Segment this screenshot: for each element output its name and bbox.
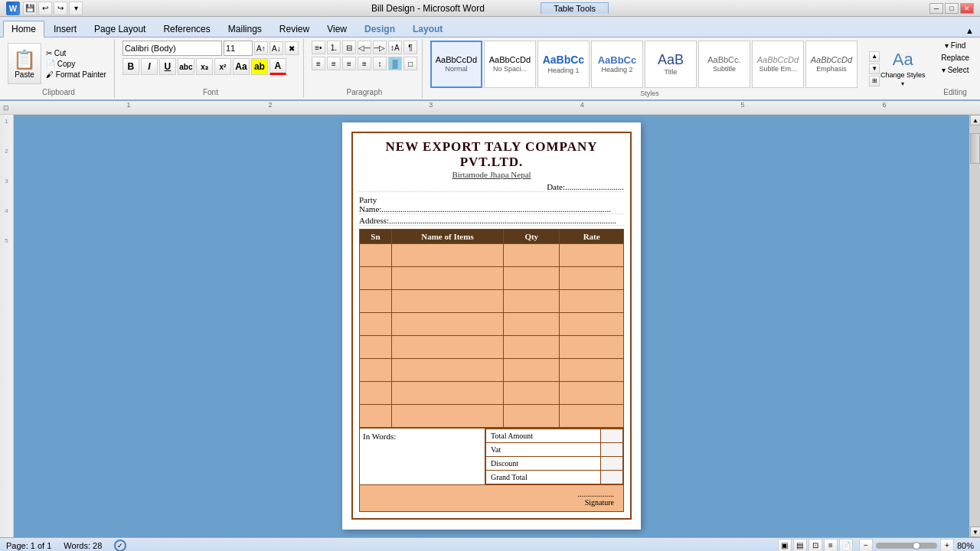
total-amount-row: Total Amount — [486, 429, 623, 443]
tab-view[interactable]: View — [318, 20, 355, 37]
signature-label: Signature — [369, 498, 614, 507]
bullets-btn[interactable]: ≡• — [312, 41, 325, 54]
web-layout-btn[interactable]: ⊡ — [808, 539, 822, 552]
tab-references[interactable]: References — [155, 20, 218, 37]
style-subtle-em-preview: AaBbCcDd — [757, 55, 799, 65]
change-styles-btn[interactable]: Aa Change Styles ▾ — [880, 50, 926, 87]
tab-layout[interactable]: Layout — [404, 20, 451, 37]
superscript-btn[interactable]: x² — [214, 58, 231, 75]
style-emphasis[interactable]: AaBbCcDd Emphasis — [805, 41, 858, 88]
clipboard-controls: 📋 Paste ✂ Cut 📄 Copy 🖌 Format Painter — [8, 41, 109, 86]
bill-container: NEW EXPORT TALY COMPANY PVT.LTD. Birtamo… — [351, 132, 632, 520]
word-logo: W — [6, 2, 20, 15]
show-hide-btn[interactable]: ¶ — [403, 41, 417, 54]
highlight-btn[interactable]: ab — [251, 58, 268, 75]
col-qty: Qty — [504, 230, 560, 244]
table-header-row: Sn Name of Items Qty Rate — [360, 230, 624, 244]
shading-btn[interactable]: ▒ — [388, 57, 402, 70]
format-painter-btn[interactable]: 🖌 Format Painter — [43, 70, 109, 80]
bold-btn[interactable]: B — [122, 58, 139, 75]
scroll-up-btn[interactable]: ▲ — [970, 115, 980, 126]
copy-btn[interactable]: 📄 Copy — [43, 59, 109, 69]
draft-btn[interactable]: 📄 — [839, 539, 853, 552]
print-layout-btn[interactable]: ▣ — [778, 539, 792, 552]
style-no-spacing[interactable]: AaBbCcDd No Spaci... — [484, 41, 536, 88]
maximize-btn[interactable]: □ — [945, 3, 959, 14]
change-case-btn[interactable]: Aa — [233, 58, 250, 75]
document-area[interactable]: NEW EXPORT TALY COMPANY PVT.LTD. Birtamo… — [14, 115, 969, 537]
ribbon-expand-btn[interactable]: ▲ — [962, 24, 977, 37]
close-btn[interactable]: ✕ — [960, 3, 974, 14]
border-btn[interactable]: □ — [403, 57, 417, 70]
undo-icon[interactable]: ↩ — [38, 2, 52, 15]
tab-home[interactable]: Home — [3, 21, 44, 37]
font-color-btn[interactable]: A — [270, 58, 286, 75]
select-btn[interactable]: ▾ Select — [939, 65, 972, 75]
col-sn: Sn — [360, 230, 392, 244]
minimize-btn[interactable]: ─ — [929, 3, 943, 14]
page-info: Page: 1 of 1 — [6, 541, 51, 550]
styles-scroll-more[interactable]: ⊞ — [869, 76, 880, 86]
table-row — [360, 290, 624, 313]
change-styles-label: Change Styles — [880, 71, 926, 79]
bill-header: NEW EXPORT TALY COMPANY PVT.LTD. Birtamo… — [359, 139, 624, 179]
table-row — [360, 405, 624, 428]
more-icon[interactable]: ▾ — [69, 2, 83, 15]
zoom-out-btn[interactable]: − — [859, 539, 873, 552]
tab-mailings[interactable]: Mailings — [220, 20, 270, 37]
font-group: A↑ A↓ ✖ B I U abc x₂ x² Aa ab A Font — [118, 39, 304, 98]
style-subtle-em[interactable]: AaBbCcDd Subtle Em... — [752, 41, 804, 88]
multilevel-btn[interactable]: ⊟ — [342, 41, 356, 54]
align-center-btn[interactable]: ≡ — [327, 57, 341, 70]
table-row — [360, 313, 624, 336]
increase-indent-btn[interactable]: ─▷ — [373, 41, 387, 54]
zoom-level: 80% — [957, 541, 974, 550]
increase-font-btn[interactable]: A↑ — [254, 41, 268, 55]
numbering-btn[interactable]: 1. — [327, 41, 341, 54]
style-normal[interactable]: AaBbCcDd Normal — [430, 41, 482, 88]
align-left-btn[interactable]: ≡ — [312, 57, 325, 70]
style-title[interactable]: AaB Title — [645, 41, 697, 88]
line-spacing-btn[interactable]: ↕ — [373, 57, 387, 70]
scroll-track[interactable] — [970, 126, 980, 527]
style-heading1[interactable]: AaBbCc Heading 1 — [537, 41, 590, 88]
spellcheck-icon[interactable]: ✓ — [114, 540, 126, 552]
replace-btn[interactable]: Replace — [938, 53, 972, 63]
clear-format-btn[interactable]: ✖ — [285, 41, 299, 55]
scroll-down-btn[interactable]: ▼ — [970, 527, 980, 537]
strikethrough-btn[interactable]: abc — [178, 58, 194, 75]
sort-btn[interactable]: ↕A — [388, 41, 402, 54]
find-btn[interactable]: ▾ Find — [942, 41, 969, 51]
styles-scroll-up[interactable]: ▲ — [869, 51, 880, 62]
redo-icon[interactable]: ↪ — [54, 2, 67, 15]
underline-btn[interactable]: U — [159, 58, 176, 75]
cut-btn[interactable]: ✂ Cut — [43, 48, 109, 58]
justify-btn[interactable]: ≡ — [358, 57, 371, 70]
ruler-content: 1 2 3 4 5 6 — [32, 101, 977, 114]
font-name-row: A↑ A↓ ✖ — [122, 41, 299, 56]
zoom-slider[interactable] — [876, 543, 937, 549]
outline-btn[interactable]: ≡ — [824, 539, 838, 552]
style-subtitle-label: Subtitle — [713, 65, 736, 73]
style-subtitle[interactable]: AaBbCc. Subtitle — [698, 41, 750, 88]
decrease-font-btn[interactable]: A↓ — [270, 41, 283, 55]
tab-insert[interactable]: Insert — [45, 20, 85, 37]
tab-review[interactable]: Review — [271, 20, 318, 37]
style-heading2[interactable]: AaBbCc Heading 2 — [591, 41, 643, 88]
font-name-input[interactable] — [122, 41, 222, 56]
font-size-input[interactable] — [224, 41, 253, 56]
zoom-in-btn[interactable]: + — [940, 539, 954, 552]
subscript-btn[interactable]: x₂ — [196, 58, 213, 75]
italic-btn[interactable]: I — [141, 58, 158, 75]
styles-scroll-down[interactable]: ▼ — [869, 64, 880, 74]
grand-total-label: Grand Total — [486, 471, 601, 484]
tab-design[interactable]: Design — [356, 20, 403, 37]
style-subtitle-preview: AaBbCc. — [707, 55, 740, 65]
save-icon[interactable]: 💾 — [23, 2, 37, 15]
align-right-btn[interactable]: ≡ — [342, 57, 356, 70]
paste-btn[interactable]: 📋 Paste — [8, 43, 41, 84]
tab-page-layout[interactable]: Page Layout — [86, 20, 154, 37]
full-reading-btn[interactable]: ▤ — [793, 539, 807, 552]
right-scrollbar: ▲ ▼ — [969, 115, 980, 537]
decrease-indent-btn[interactable]: ◁─ — [358, 41, 371, 54]
